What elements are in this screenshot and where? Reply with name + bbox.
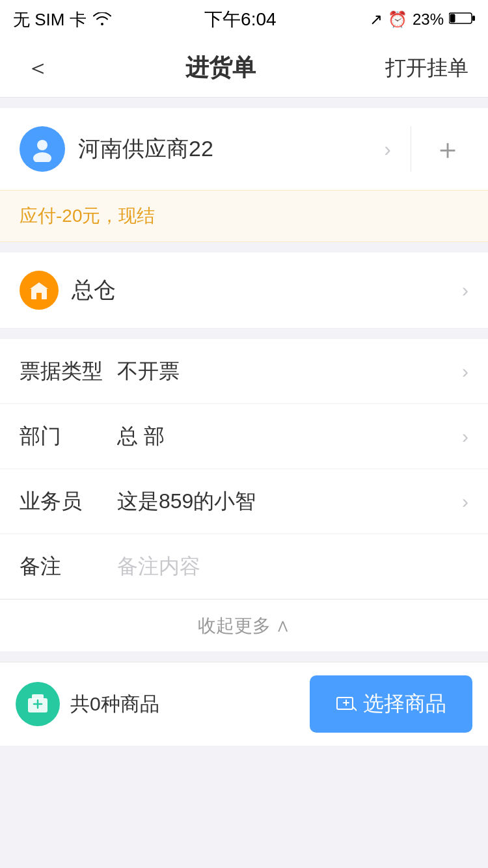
svg-point-4 — [33, 152, 51, 162]
warehouse-chevron-icon: › — [462, 279, 468, 301]
location-icon: ↗ — [370, 10, 383, 29]
svg-rect-2 — [450, 14, 455, 23]
collapse-label: 收起更多 ∧ — [198, 614, 291, 638]
invoice-type-row[interactable]: 票据类型 不开票 › — [0, 339, 488, 404]
select-product-button[interactable]: 选择商品 — [310, 675, 472, 733]
supplier-name: 河南供应商22 — [78, 134, 384, 164]
remark-row[interactable]: 备注 备注内容 — [0, 534, 488, 599]
status-right: ↗ ⏰ 23% — [370, 10, 475, 29]
supplier-row[interactable]: 河南供应商22 › — [20, 108, 404, 190]
salesperson-label: 业务员 — [20, 487, 111, 516]
department-chevron-icon: › — [462, 426, 468, 448]
back-button[interactable]: ＜ — [20, 46, 56, 90]
svg-rect-7 — [36, 293, 42, 299]
open-pending-button[interactable]: 打开挂单 — [385, 54, 468, 83]
warehouse-name: 总仓 — [72, 275, 462, 305]
divider-vertical — [411, 126, 411, 172]
svg-rect-9 — [32, 694, 44, 699]
salesperson-chevron-icon: › — [462, 491, 468, 513]
svg-marker-6 — [30, 282, 48, 289]
form-section: 票据类型 不开票 › 部门 总 部 › 业务员 这是859的小智 › 备注 备注… — [0, 339, 488, 651]
gap-1 — [0, 98, 488, 108]
supplier-chevron-icon: › — [384, 137, 391, 161]
department-row[interactable]: 部门 总 部 › — [0, 404, 488, 469]
remark-label: 备注 — [20, 552, 111, 581]
invoice-type-label: 票据类型 — [20, 357, 111, 386]
page-title: 进货单 — [185, 52, 256, 84]
page-background — [0, 746, 488, 868]
product-count-label: 共0种商品 — [70, 691, 310, 718]
salesperson-row[interactable]: 业务员 这是859的小智 › — [0, 469, 488, 534]
bottom-bar: 共0种商品 选择商品 — [0, 662, 488, 746]
warehouse-section: 总仓 › — [0, 252, 488, 329]
carrier-label: 无 SIM 卡 — [13, 8, 87, 31]
gap-2 — [0, 242, 488, 252]
alarm-icon: ⏰ — [388, 10, 407, 29]
status-left: 无 SIM 卡 — [13, 8, 111, 31]
salesperson-value: 这是859的小智 — [111, 487, 462, 516]
status-time: 下午6:04 — [204, 7, 277, 32]
product-icon-wrap — [16, 682, 60, 726]
notice-text: 应付-20元，现结 — [20, 206, 155, 226]
nav-bar: ＜ 进货单 打开挂单 — [0, 39, 488, 98]
invoice-type-value: 不开票 — [111, 357, 462, 386]
invoice-type-chevron-icon: › — [462, 360, 468, 383]
remark-value: 备注内容 — [111, 552, 468, 581]
warehouse-icon — [20, 271, 59, 310]
status-bar: 无 SIM 卡 下午6:04 ↗ ⏰ 23% — [0, 0, 488, 39]
wifi-icon — [93, 10, 111, 30]
department-value: 总 部 — [111, 422, 462, 451]
gap-3 — [0, 329, 488, 339]
add-supplier-button[interactable]: ＋ — [418, 124, 468, 175]
battery-icon — [449, 10, 475, 29]
department-label: 部门 — [20, 422, 111, 451]
supplier-section: 河南供应商22 › ＋ — [0, 108, 488, 190]
collapse-button[interactable]: 收起更多 ∧ — [0, 599, 488, 651]
notice-banner: 应付-20元，现结 — [0, 190, 488, 242]
svg-rect-1 — [472, 16, 475, 21]
warehouse-row[interactable]: 总仓 › — [0, 252, 488, 329]
battery-label: 23% — [413, 10, 444, 29]
select-product-label: 选择商品 — [363, 690, 446, 718]
supplier-avatar — [20, 126, 65, 172]
svg-point-3 — [37, 140, 47, 150]
